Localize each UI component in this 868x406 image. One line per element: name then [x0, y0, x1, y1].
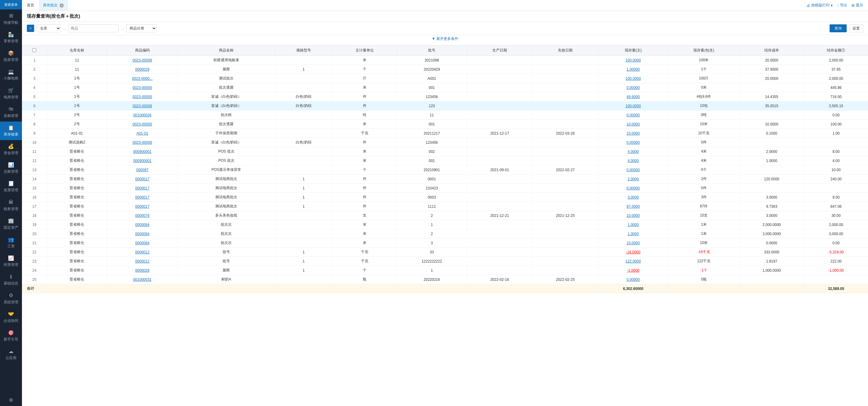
row-code[interactable]: 000097: [107, 165, 178, 174]
row-code[interactable]: 0023-00005: [107, 83, 178, 92]
row-code[interactable]: 0023-00005: [107, 92, 178, 101]
sidebar-item-newbie[interactable]: 🎯 新手引导: [0, 327, 22, 345]
row-code[interactable]: 0000078: [107, 211, 178, 220]
inventory-table: 仓库名称 商品编码 商品名称 规格型号 主计量单位 批号 生产日期 失效日期 现…: [22, 45, 868, 293]
row-unit: 米: [332, 56, 397, 65]
row-unit: 个: [332, 266, 397, 275]
sidebar-item-finance[interactable]: 💰 资金管理: [0, 140, 22, 159]
sidebar-item-retail[interactable]: 🏪 零售管理: [0, 28, 22, 47]
row-qty-main[interactable]: 4.0000: [598, 156, 668, 165]
row-amount: 8.00: [804, 147, 868, 156]
row-qty-main[interactable]: 87.0000: [598, 202, 668, 211]
row-qty-main[interactable]: 3.0000: [598, 193, 668, 202]
row-qty-main[interactable]: -1.0000: [598, 266, 668, 275]
table-container[interactable]: 仓库名称 商品编码 商品名称 规格型号 主计量单位 批号 生产日期 失效日期 现…: [22, 45, 868, 406]
row-qty-main[interactable]: 0.00000: [598, 138, 668, 147]
sidebar-settings-btn[interactable]: ⚙: [0, 394, 22, 406]
row-code[interactable]: 0023-0000...: [107, 74, 178, 83]
row-code[interactable]: 0000017: [107, 174, 178, 184]
sidebar-item-summary[interactable]: 📊 总账管理: [0, 159, 22, 177]
row-qty-main[interactable]: 100.0000: [598, 101, 668, 110]
row-qty-main[interactable]: 49.6000: [598, 92, 668, 101]
row-exp-date: [533, 257, 598, 266]
row-qty-main[interactable]: 1.0000: [598, 220, 668, 229]
row-qty-main[interactable]: 0.00000: [598, 165, 668, 174]
sidebar-item-corp[interactable]: 🤝 企业协同: [0, 308, 22, 326]
tab-home[interactable]: 首页: [22, 0, 39, 11]
sidebar-item-system[interactable]: ⚙ 系统管理: [0, 289, 22, 308]
row-qty-main[interactable]: 10.0000: [598, 211, 668, 220]
sidebar-logo[interactable]: 搜索菜单: [0, 0, 22, 9]
select-all-checkbox[interactable]: [32, 48, 36, 52]
sidebar-item-hr[interactable]: 👥 工资: [0, 233, 22, 252]
row-amount: 2,000.00: [804, 56, 868, 65]
row-qty-main[interactable]: 10.0000: [598, 129, 668, 138]
row-qty-main[interactable]: 0.00000: [598, 275, 668, 284]
col-checkbox[interactable]: [22, 45, 47, 56]
row-amount: 716.00: [804, 92, 868, 101]
printer-icon: 🖨: [806, 3, 810, 8]
sidebar-item-tax[interactable]: 🏛 税务管理: [0, 196, 22, 214]
tab-close-btn[interactable]: ×: [59, 3, 64, 8]
row-qty-main[interactable]: 10.0000: [598, 238, 668, 248]
row-code[interactable]: 0000084: [107, 220, 178, 229]
row-qty-main[interactable]: 0.00000: [598, 184, 668, 193]
sidebar-item-quick-nav[interactable]: ⊞ 快捷导航: [0, 9, 22, 28]
sidebar-item-ops[interactable]: 📈 经营管理: [0, 252, 22, 270]
sidebar-item-inventory[interactable]: 📋 库存核查: [0, 122, 22, 140]
row-name: 软硬通用地板漆: [178, 56, 275, 65]
row-qty-main[interactable]: 100.0000: [598, 56, 668, 65]
row-code[interactable]: 0000029: [107, 65, 178, 74]
row-qty-main[interactable]: 122.0000: [598, 257, 668, 266]
row-code[interactable]: 0023-00008: [107, 138, 178, 147]
row-qty-main[interactable]: 1.00000: [598, 65, 668, 74]
expand-conditions-btn[interactable]: ▼ 展开更多条件: [27, 35, 863, 43]
row-spec: [275, 229, 332, 238]
row-code[interactable]: 0000017: [107, 202, 178, 211]
export-btn[interactable]: ↑ 导出: [836, 2, 848, 8]
search-btn[interactable]: 查询: [830, 24, 847, 32]
row-code[interactable]: 0000012: [107, 248, 178, 257]
row-code[interactable]: 0023-00008: [107, 101, 178, 110]
row-qty-contain: 0件: [668, 184, 739, 193]
row-qty-main[interactable]: -16.0000: [598, 248, 668, 257]
settings-btn[interactable]: 设置: [849, 24, 863, 32]
row-qty-main[interactable]: 2.0000: [598, 174, 668, 184]
row-code[interactable]: 0023-00009: [107, 56, 178, 65]
row-unit: 个: [332, 165, 397, 174]
sidebar-item-wholesale[interactable]: 📦 批发管理: [0, 47, 22, 66]
row-code[interactable]: 0000084: [107, 238, 178, 248]
sidebar-item-purchase[interactable]: 🛍 采购管理: [0, 103, 22, 121]
row-code[interactable]: A01-01: [107, 129, 178, 138]
row-code[interactable]: 0000084: [107, 229, 178, 238]
row-qty-main[interactable]: 0.00000: [598, 83, 668, 92]
row-qty-main[interactable]: 1.0000: [598, 229, 668, 238]
row-qty-main[interactable]: 100.0000: [598, 74, 668, 83]
row-code[interactable]: 0000017: [107, 184, 178, 193]
filter-expand-arrow[interactable]: >: [27, 25, 34, 32]
sidebar-item-basic[interactable]: ℹ 基础信息: [0, 270, 22, 289]
row-code[interactable]: 001000031: [107, 275, 178, 284]
display-btn[interactable]: ⊞ 显示: [850, 2, 864, 8]
warehouse-select[interactable]: 仓库: [37, 24, 61, 32]
row-code[interactable]: 0023-00005: [107, 120, 178, 129]
category-select[interactable]: 商品分类: [126, 24, 157, 32]
sidebar-item-fixed-assets[interactable]: 🏢 固定资产: [0, 214, 22, 233]
row-qty-main[interactable]: 10.0000: [598, 120, 668, 129]
goods-input[interactable]: [69, 24, 119, 32]
row-code[interactable]: 0000029: [107, 266, 178, 275]
row-qty-main[interactable]: 0.00000: [598, 110, 668, 120]
print-btn[interactable]: 🖨 按模版打印 ▾: [805, 2, 834, 8]
row-code[interactable]: 000900001: [107, 156, 178, 165]
row-code[interactable]: 0000017: [107, 193, 178, 202]
sidebar-item-cloud[interactable]: ☁ 云应用: [0, 345, 22, 364]
tab-active[interactable]: 库存批次 ×: [39, 0, 68, 11]
row-qty-main[interactable]: 4.0000: [598, 147, 668, 156]
row-code[interactable]: 001000026: [107, 110, 178, 120]
sidebar-item-invoice[interactable]: 🧾 发票管理: [0, 177, 22, 196]
sidebar-item-ecom[interactable]: 🛒 电商管理: [0, 84, 22, 103]
sidebar-item-micro-ecom[interactable]: 💻 小脑电商: [0, 66, 22, 84]
row-code[interactable]: 000900001: [107, 147, 178, 156]
row-unit: 米: [332, 156, 397, 165]
row-code[interactable]: 0000012: [107, 257, 178, 266]
